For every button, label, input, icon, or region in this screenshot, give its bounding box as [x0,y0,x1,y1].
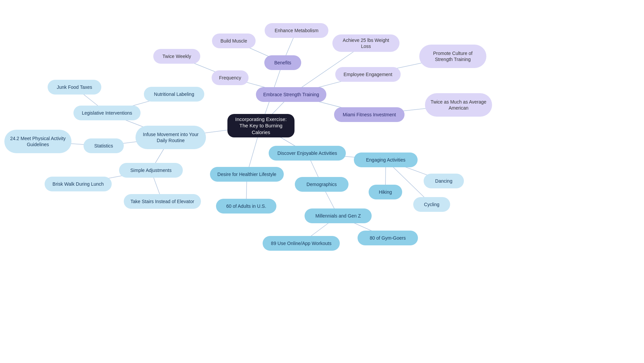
node-engaging_activities[interactable]: Engaging Activities [354,153,418,167]
node-legislative[interactable]: Legislative Interventions [73,106,141,120]
node-twice_weekly[interactable]: Twice Weekly [153,49,200,64]
node-hiking[interactable]: Hiking [369,185,402,199]
node-simple_adjustments[interactable]: Simple Adjustments [119,163,183,178]
node-employee_engagement[interactable]: Employee Engagement [335,67,401,82]
node-miami_fitness[interactable]: Miami Fitness Investment [334,107,405,122]
node-sixty_adults[interactable]: 60 of Adults in U.S. [216,199,276,214]
node-build_muscle[interactable]: Build Muscle [212,34,256,48]
node-junk_food[interactable]: Junk Food Taxes [48,80,101,95]
node-take_stairs[interactable]: Take Stairs Instead of Elevator [124,194,201,209]
node-demographics[interactable]: Demographics [295,177,348,192]
node-statistics[interactable]: Statistics [84,138,124,153]
node-frequency[interactable]: Frequency [212,70,249,85]
node-discover_activities[interactable]: Discover Enjoyable Activities [269,146,346,161]
node-enhance_metabolism[interactable]: Enhance Metabolism [265,23,328,38]
node-benefits[interactable]: Benefits [264,55,301,70]
node-eighty_gym[interactable]: 80 of Gym-Goers [358,231,418,245]
node-cycling[interactable]: Cycling [413,197,450,212]
node-twice_american[interactable]: Twice as Much as Average American [425,93,492,117]
node-nutritional[interactable]: Nutritional Labeling [144,87,204,102]
node-eighty_nine[interactable]: 89 Use Online/App Workouts [263,236,340,251]
node-desire_healthier[interactable]: Desire for Healthier Lifestyle [210,167,284,182]
node-activity_guidelines[interactable]: 24.2 Meet Physical Activity Guidelines [4,130,71,153]
node-infuse_movement[interactable]: Infuse Movement into Your Daily Routine [136,126,206,149]
node-achieve_weight[interactable]: Achieve 25 lbs Weight Loss [332,35,399,52]
node-promote_culture[interactable]: Promote Culture of Strength Training [419,45,486,68]
node-brisk_walk[interactable]: Brisk Walk During Lunch [45,177,112,191]
node-dancing[interactable]: Dancing [424,174,464,188]
node-center[interactable]: Incorporating Exercise: The Key to Burni… [227,114,294,137]
mindmap-container: Incorporating Exercise: The Key to Burni… [0,0,644,363]
node-embrace_strength[interactable]: Embrace Strength Training [256,87,326,102]
node-millennials[interactable]: Millennials and Gen Z [305,208,372,223]
